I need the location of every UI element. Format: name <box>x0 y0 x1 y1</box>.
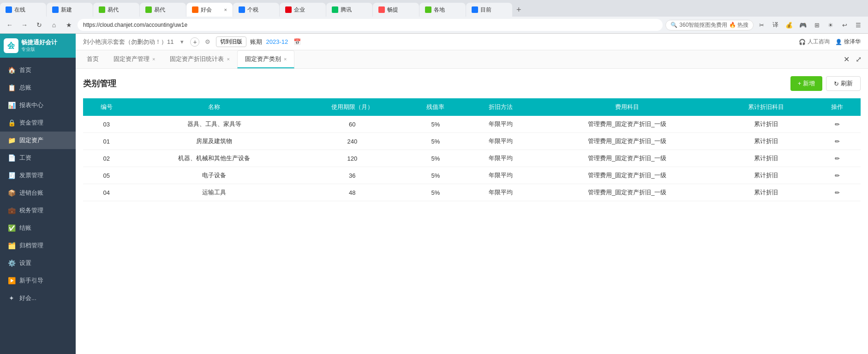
nav-label-home: 首页 <box>19 66 31 74</box>
cell-accumulated: 累计折旧 <box>718 184 814 201</box>
menu-button[interactable]: ☰ <box>852 19 864 31</box>
cell-name: 房屋及建筑物 <box>130 133 298 150</box>
cell-expense: 管理费用_固定资产折旧_一级 <box>536 116 718 133</box>
table-header: 累计折旧科目 <box>718 98 814 116</box>
translate-button[interactable]: 译 <box>769 19 781 31</box>
content-tabs: 首页固定资产管理×固定资产折旧统计表×固定资产类别×✕⤢ <box>76 50 868 69</box>
sidebar-item-fixed[interactable]: 📁固定资产 <box>0 132 76 149</box>
browser-tab-t11[interactable]: 目前 <box>466 3 512 17</box>
browser-tab-t10[interactable]: 各地 <box>419 3 466 17</box>
expand-panel-button[interactable]: ⤢ <box>852 54 864 66</box>
brightness-button[interactable]: ☀ <box>825 19 837 31</box>
sidebar-item-invoice[interactable]: 🧾发票管理 <box>0 167 76 184</box>
undo-button[interactable]: ↩ <box>838 19 850 31</box>
cell-expense: 管理费用_固定资产折旧_一级 <box>536 184 718 201</box>
search-bar[interactable]: 🔍 360智能抠图免费用 🔥 热搜 <box>665 20 754 30</box>
new-tab-button[interactable]: + <box>513 3 525 17</box>
tab-favicon-t2 <box>52 6 59 13</box>
browser-tab-t3[interactable]: 易代 <box>93 3 139 17</box>
cell-residual: 5% <box>406 116 465 133</box>
sidebar-item-checkout[interactable]: ✅结账 <box>0 219 76 237</box>
browser-tab-t6[interactable]: 个税 <box>233 3 279 17</box>
browser-tab-t1[interactable]: 在线 <box>0 3 46 17</box>
address-input[interactable] <box>78 19 663 31</box>
bookmark-button[interactable]: ★ <box>63 19 75 31</box>
user-profile[interactable]: 👤 徐泽华 <box>835 38 861 46</box>
sidebar-nav: 🏠首页📋总账📊报表中心🔒资金管理📁固定资产📄工资🧾发票管理📦进销台账💼税务管理✅… <box>0 58 76 354</box>
close-panel-button[interactable]: ✕ <box>840 54 852 66</box>
nav-icon-more: ✦ <box>7 294 16 302</box>
cell-name: 器具、工具、家具等 <box>130 116 298 133</box>
nav-icon-tax: 💼 <box>7 206 16 215</box>
tab-label-t5: 好会 <box>201 6 212 14</box>
content-tab-home[interactable]: 首页 <box>79 51 106 68</box>
home-button[interactable]: ⌂ <box>48 19 60 31</box>
game-button[interactable]: 🎮 <box>797 19 809 31</box>
sidebar-item-home[interactable]: 🏠首页 <box>0 61 76 79</box>
cell-method: 年限平均 <box>465 133 536 150</box>
sidebar-item-settings[interactable]: ⚙️设置 <box>0 254 76 272</box>
switch-version-button[interactable]: 切到旧版 <box>216 36 246 47</box>
refresh-button[interactable]: ↻ 刷新 <box>826 76 861 91</box>
service-button[interactable]: 🎧 人工咨询 <box>799 38 830 46</box>
browser-tab-t9[interactable]: 畅提 <box>373 3 419 17</box>
sidebar-item-tax[interactable]: 💼税务管理 <box>0 202 76 219</box>
tab-label-t9: 畅提 <box>387 6 398 14</box>
cell-residual: 5% <box>406 150 465 167</box>
content-tab-label-category: 固定资产类别 <box>245 55 281 63</box>
sidebar-item-salary[interactable]: 📄工资 <box>0 149 76 167</box>
edit-button[interactable]: ✏ <box>814 167 861 184</box>
content-tab-close-category[interactable]: × <box>284 56 287 62</box>
add-button[interactable]: + 新增 <box>790 76 822 91</box>
page-header: 类别管理 + 新增 ↻ 刷新 <box>83 76 861 91</box>
sidebar-item-report[interactable]: 📊报表中心 <box>0 96 76 114</box>
nav-icon-report: 📊 <box>7 101 16 109</box>
settings-icon[interactable]: ⚙ <box>203 37 212 47</box>
sidebar-item-archive[interactable]: 🗂️归档管理 <box>0 237 76 254</box>
cell-accumulated: 累计折旧 <box>718 150 814 167</box>
cell-accumulated: 累计折旧 <box>718 133 814 150</box>
nav-label-guide: 新手引导 <box>19 276 43 285</box>
sidebar-item-fund[interactable]: 🔒资金管理 <box>0 114 76 132</box>
browser-tab-t5[interactable]: 好会× <box>186 3 233 17</box>
browser-tab-t4[interactable]: 易代 <box>140 3 186 17</box>
cell-name: 电子设备 <box>130 167 298 184</box>
main-content: 刘小艳演示套套（勿删勿动！）11 ▾ + ⚙ 切到旧版 账期 2023-12 📅… <box>76 34 868 354</box>
nav-icon-inventory: 📦 <box>7 189 16 197</box>
browser-tab-t7[interactable]: 企业 <box>280 3 326 17</box>
browser-tab-t8[interactable]: 腾讯 <box>326 3 372 17</box>
tab-close-t5[interactable]: × <box>221 7 227 12</box>
content-tab-depreciation[interactable]: 固定资产折旧统计表× <box>162 51 237 68</box>
cell-residual: 5% <box>406 184 465 201</box>
content-tab-category[interactable]: 固定资产类别× <box>237 50 294 68</box>
nav-icon-fund: 🔒 <box>7 119 16 127</box>
sidebar-logo-sub: 专业版 <box>21 46 57 53</box>
period-value: 2023-12 <box>266 38 288 45</box>
edit-button[interactable]: ✏ <box>814 116 861 133</box>
content-tab-close-fixed_mgmt[interactable]: × <box>152 56 155 62</box>
content-tab-close-depreciation[interactable]: × <box>227 56 229 62</box>
cell-method: 年限平均 <box>465 116 536 133</box>
nav-icon-guide: ▶️ <box>7 276 16 285</box>
add-account-button[interactable]: + <box>190 37 199 47</box>
sidebar-item-guide[interactable]: ▶️新手引导 <box>0 272 76 289</box>
content-tab-fixed_mgmt[interactable]: 固定资产管理× <box>106 51 162 68</box>
table-header: 操作 <box>814 98 861 116</box>
grid-button[interactable]: ⊞ <box>811 19 823 31</box>
edit-button[interactable]: ✏ <box>814 133 861 150</box>
sidebar-item-ledger[interactable]: 📋总账 <box>0 79 76 96</box>
wallet-button[interactable]: 💰 <box>783 19 795 31</box>
sidebar-item-inventory[interactable]: 📦进销台账 <box>0 184 76 202</box>
back-button[interactable]: ← <box>4 19 16 31</box>
edit-button[interactable]: ✏ <box>814 150 861 167</box>
calendar-icon[interactable]: 📅 <box>293 38 301 45</box>
sidebar-item-more[interactable]: ✦好会... <box>0 289 76 307</box>
reload-button[interactable]: ↻ <box>33 19 45 31</box>
nav-label-salary: 工资 <box>19 154 31 162</box>
browser-tab-t2[interactable]: 新建 <box>47 3 93 17</box>
cut-button[interactable]: ✂ <box>755 19 767 31</box>
edit-button[interactable]: ✏ <box>814 184 861 201</box>
tab-label-t10: 各地 <box>434 6 445 14</box>
forward-button[interactable]: → <box>18 19 30 31</box>
account-dropdown[interactable]: ▾ <box>177 37 186 47</box>
